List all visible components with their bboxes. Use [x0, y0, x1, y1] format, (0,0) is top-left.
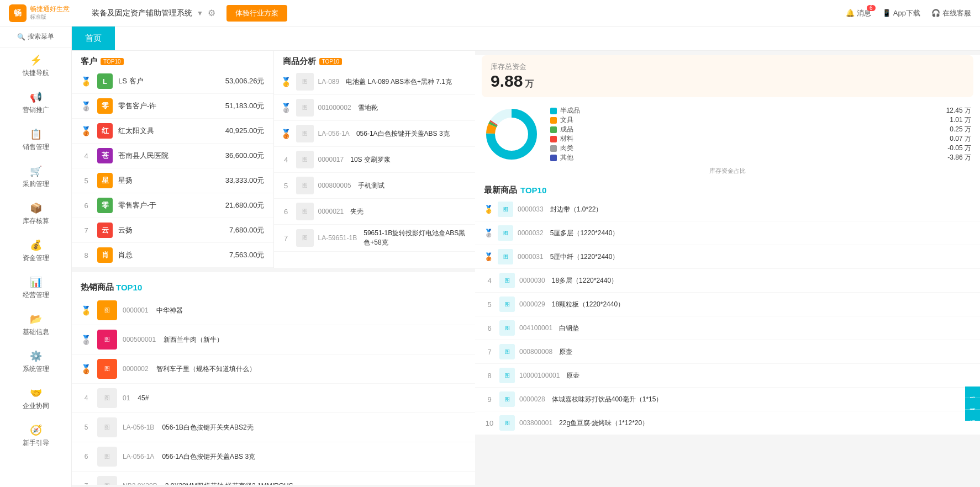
product-image: 图 — [296, 229, 314, 247]
customer-amount: 7,680.00元 — [229, 225, 265, 235]
rank-number: 4 — [81, 152, 92, 160]
legend-name: 材料 — [560, 134, 573, 144]
sidebar-item-finance[interactable]: 💰 资金管理 — [0, 232, 71, 269]
legend-item: 成品 0.25 万 — [550, 125, 971, 134]
new-product-image: 图 — [499, 391, 515, 407]
chevron-down-icon[interactable]: ▼ — [197, 9, 203, 17]
product-code: 0000002 — [123, 365, 149, 373]
sidebar-item-basic[interactable]: 📂 基础信息 — [0, 306, 71, 343]
customer-list-item: 🥈 零 零售客户-许 51,183.00元 — [72, 94, 273, 119]
inventory-legend: 半成品 12.45 万 文具 1.01 万 成品 0.25 万 材料 0.07 … — [550, 106, 971, 162]
medal-icon: 🥉 — [281, 129, 292, 139]
sidebar-item-quicknav[interactable]: ⚡ 快捷导航 — [0, 47, 71, 84]
sidebar-item-enterprise[interactable]: 🤝 企业协同 — [0, 380, 71, 417]
inventory-value: 9.88 — [491, 72, 523, 91]
product-code: 0000033 — [518, 205, 544, 213]
trial-button[interactable]: 体验行业方案 — [226, 5, 287, 22]
product-name: 22g鱼豆腐·烧烤味（1*12*20） — [559, 419, 971, 428]
hot-product-item: 🥉 图 0000002 智利车子里（规格不知道填什么） — [72, 354, 475, 384]
new-product-item: 5 图 0000029 18颗粒板（1220*2440） — [475, 293, 980, 316]
products-title: 商品分析 — [283, 56, 316, 67]
left-right-split: 客户 TOP10 🥇 L LS 客户 53,006.26元 🥈 零 零售客户-许… — [72, 51, 980, 485]
sidebar-item-system[interactable]: ⚙️ 系统管理 — [0, 343, 71, 380]
new-product-item: 10 图 003800001 22g鱼豆腐·烧烤味（1*12*20） — [475, 411, 980, 435]
product-name: 5厘中纤（1220*2440） — [550, 252, 971, 262]
customer-name: 苍南县人民医院 — [118, 151, 220, 161]
products-list: 🥇 图 LA-089 电池盖 LA-089 ABS本色+黑种 7.1克 🥈 图 … — [274, 69, 476, 252]
product-thumbnail: 图 — [97, 300, 117, 320]
rank-number: 5 — [484, 300, 495, 309]
notifications-button[interactable]: 🔔 消息 6 — [846, 8, 871, 18]
product-name: 白钢垫 — [559, 324, 971, 333]
legend-item: 其他 -3.86 万 — [550, 153, 971, 162]
new-products-top10: TOP10 — [520, 186, 546, 195]
product-code: 004100001 — [519, 324, 552, 332]
sidebar-item-marketing[interactable]: 📢 营销推广 — [0, 84, 71, 121]
product-image: 图 — [296, 177, 314, 194]
sidebar-item-inventory[interactable]: 📦 库存核算 — [0, 195, 71, 232]
content-wrapper: 客户 TOP10 🥇 L LS 客户 53,006.26元 🥈 零 零售客户-许… — [72, 51, 980, 485]
product-thumbnail-placeholder: 图 — [97, 388, 117, 408]
product-name: 雪地靴 — [358, 103, 468, 113]
rank-number: 7 — [81, 482, 92, 485]
online-service-button[interactable]: 🎧 在线客服 — [931, 8, 971, 18]
sidebar-item-purchase[interactable]: 🛒 采购管理 — [0, 158, 71, 195]
sidebar-item-sales[interactable]: 📋 销售管理 — [0, 121, 71, 158]
product-name: 056-1A白色按键开关盖ABS 3克 — [162, 452, 466, 462]
product-name: 新西兰牛肉（新牛） — [164, 335, 466, 345]
legend-color — [550, 126, 557, 133]
new-product-item: 6 图 004100001 白钢垫 — [475, 316, 980, 340]
system-icon: ⚙️ — [30, 350, 42, 362]
product-name: 056-1A白色按键开关盖ABS 3克 — [356, 129, 468, 139]
customer-amount: 51,183.00元 — [225, 101, 265, 111]
customers-title: 客户 — [81, 56, 97, 67]
float-btn-service[interactable]: 客服热线 — [965, 387, 980, 398]
product-code: 0000017 — [318, 156, 344, 163]
customer-name: 零售客户-于 — [118, 200, 220, 210]
product-image: 图 — [296, 73, 314, 91]
float-btn-community[interactable]: 服务社区 — [965, 398, 980, 410]
product-name: 056-1B白色按键开关夹ABS2壳 — [162, 423, 466, 432]
headset-icon: 🎧 — [931, 9, 940, 17]
sidebar-item-guide[interactable]: 🧭 新手引导 — [0, 417, 71, 454]
product-analysis-item: 5 图 000800005 手机测试 — [274, 173, 476, 199]
customer-list-item: 6 零 零售客户-于 21,680.00元 — [72, 193, 273, 218]
product-image: 图 — [296, 151, 314, 168]
home-tab[interactable]: 首页 — [72, 27, 115, 50]
hot-products-top10: TOP10 — [116, 283, 142, 292]
new-product-image: 图 — [498, 225, 513, 241]
customer-avatar: 肖 — [97, 247, 113, 263]
inventory-unit: 万 — [525, 78, 534, 90]
products-header: 商品分析 TOP10 — [274, 51, 476, 69]
system-name: 装备及固定资产辅助管理系统 — [92, 8, 192, 18]
logo-sub: 标准版 — [30, 13, 70, 21]
new-product-image: 图 — [499, 368, 515, 383]
legend-value: 12.45 万 — [946, 106, 971, 115]
gear-icon[interactable]: ⚙ — [208, 8, 215, 18]
customer-avatar: 红 — [97, 123, 113, 139]
app-download-button[interactable]: 📱 App下载 — [882, 8, 920, 18]
medal-icon: 🥇 — [81, 305, 92, 316]
customer-avatar: 苍 — [97, 148, 113, 163]
inventory-title: 库存总资金 — [491, 62, 965, 72]
legend-value: -3.86 万 — [947, 153, 971, 162]
hot-product-item: 🥈 图 000500001 新西兰牛肉（新牛） — [72, 325, 475, 354]
legend-color — [550, 117, 557, 124]
product-code: 0000031 — [518, 253, 544, 261]
operations-icon: 📊 — [30, 276, 42, 288]
product-image: 图 — [296, 203, 314, 220]
product-thumbnail-placeholder: 图 — [97, 447, 117, 467]
sidebar-item-operations[interactable]: 📊 经营管理 — [0, 269, 71, 306]
search-menu-item[interactable]: 🔍 搜索菜单 — [0, 27, 71, 47]
legend-item: 半成品 12.45 万 — [550, 106, 971, 115]
product-name: 智利车子里（规格不知道填什么） — [156, 364, 466, 374]
layout: 🔍 搜索菜单 ⚡ 快捷导航 📢 营销推广 📋 销售管理 🛒 采购管理 📦 库存核… — [0, 27, 980, 487]
new-product-image: 图 — [499, 273, 515, 288]
float-btn-direct[interactable]: 直播 — [965, 410, 980, 421]
product-name: 2.0X30MM双搓花轴.搓花直径2.1MM/ROHS — [165, 481, 466, 485]
product-code: 001000002 — [318, 104, 351, 112]
logo-text: 畅捷通好生意 — [30, 5, 70, 14]
customer-avatar: 零 — [97, 198, 113, 213]
product-code: LA-056-1B — [123, 424, 154, 431]
medal-icon: 🥈 — [81, 101, 92, 112]
